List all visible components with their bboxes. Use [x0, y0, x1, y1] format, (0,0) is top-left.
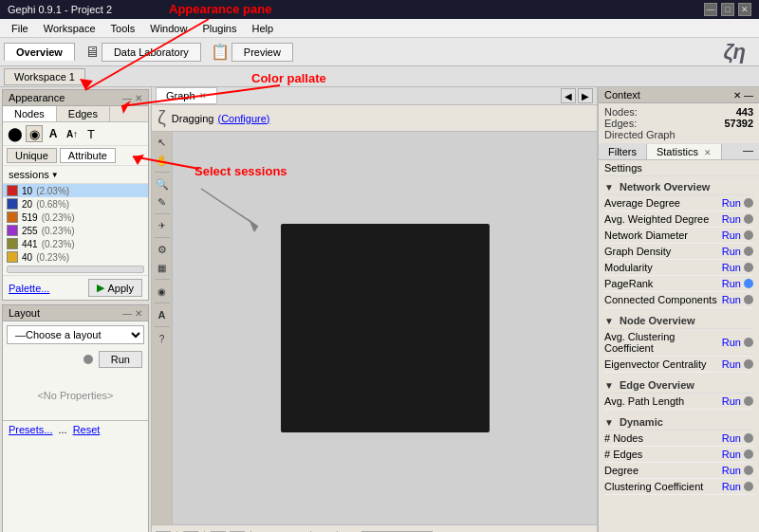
node-shape-icon[interactable]: T [83, 125, 100, 142]
minimize-button[interactable]: — [704, 3, 717, 16]
drag-tool[interactable]: ✋ [154, 152, 171, 169]
avg-degree-run[interactable]: Run [722, 197, 741, 209]
context-close-button[interactable]: ✕ [733, 90, 741, 101]
palette-link[interactable]: Palette... [9, 283, 49, 294]
node-label-color-icon[interactable]: A [45, 125, 62, 142]
settings-label: Settings [604, 162, 642, 174]
move-tool[interactable]: ✈ [154, 217, 171, 234]
edges-tab[interactable]: Edges [57, 106, 110, 121]
node-color-icon[interactable]: ⬤ [7, 125, 24, 142]
unique-tab[interactable]: Unique [7, 148, 57, 163]
workspace-tab-1[interactable]: Workspace 1 [4, 68, 85, 85]
session-item-1[interactable]: 20 (0.68%) [3, 197, 148, 211]
session-color-3 [7, 225, 18, 236]
graph-density-row: Graph Density Run [604, 244, 753, 260]
node-collapse[interactable]: ▼ [604, 316, 614, 326]
graph-density-run[interactable]: Run [722, 246, 741, 257]
session-item-0[interactable]: 10 (2.03%) [3, 184, 148, 197]
right-minimize-button[interactable]: — [737, 144, 759, 159]
sessions-dropdown[interactable]: sessions ▼ [9, 169, 59, 180]
avg-clustering-run[interactable]: Run [722, 337, 741, 348]
statistics-content: ▼ Network Overview Average Degree Run Av… [599, 176, 759, 532]
layout-minimize-button[interactable]: — [122, 308, 132, 319]
layout-select[interactable]: —Choose a layout [7, 325, 144, 344]
context-minimize-button[interactable]: — [744, 90, 753, 101]
filters-tab[interactable]: Filters [599, 144, 647, 159]
menu-workspace[interactable]: Workspace [36, 21, 103, 36]
layout-run-button[interactable]: Run [99, 351, 142, 368]
avg-path-length-run[interactable]: Run [722, 395, 741, 407]
num-edges-dot [744, 449, 753, 459]
preview-button[interactable]: Preview [231, 43, 293, 62]
maximize-button[interactable]: □ [721, 3, 734, 16]
session-color-2 [7, 211, 18, 223]
node-size-icon[interactable]: ◉ [26, 125, 43, 142]
context-nodes-label: Nodes: [604, 106, 638, 118]
tool-sep-5 [155, 303, 170, 303]
degree-run[interactable]: Run [722, 465, 741, 476]
session-scrollbar[interactable] [7, 266, 144, 273]
session-item-2[interactable]: 519 (0.23%) [3, 211, 148, 224]
menu-tools[interactable]: Tools [103, 21, 143, 36]
clustering-coeff-run[interactable]: Run [722, 481, 741, 492]
edge-overview-title: ▼ Edge Overview [604, 376, 753, 394]
dynamic-collapse[interactable]: ▼ [604, 417, 614, 428]
graph-tab[interactable]: Graph ✕ [156, 87, 217, 104]
grid-tool[interactable]: ▦ [154, 259, 171, 276]
appearance-close-button[interactable]: ✕ [135, 93, 142, 103]
zoom-tool[interactable]: 🔍 [154, 175, 171, 193]
center-area: Graph ✕ ◀ ▶ ζ Dragging (Configure) ↖ ✋ 🔍… [152, 87, 598, 532]
node-label-size-icon[interactable]: A↑ [64, 125, 81, 142]
tab-next-button[interactable]: ▶ [578, 88, 593, 103]
statistics-tab-close[interactable]: ✕ [704, 148, 712, 157]
app-title: Gephi 0.9.1 - Project 2 [8, 4, 112, 15]
session-item-4[interactable]: 441 (0.23%) [3, 237, 148, 250]
apply-button[interactable]: ▶ Apply [88, 279, 142, 297]
close-button[interactable]: ✕ [738, 3, 751, 16]
unknown-tool[interactable]: ? [154, 330, 171, 347]
edge-collapse[interactable]: ▼ [604, 380, 614, 391]
select-tool[interactable]: ↖ [154, 134, 171, 151]
layout-close-button[interactable]: ✕ [135, 308, 142, 319]
configure-link[interactable]: (Configure) [217, 113, 269, 124]
avg-clustering-row: Avg. Clustering Coefficient Run [604, 329, 753, 357]
tab-prev-button[interactable]: ◀ [561, 88, 576, 103]
network-collapse[interactable]: ▼ [604, 182, 614, 193]
eigenvector-run[interactable]: Run [722, 358, 741, 370]
edit-tool[interactable]: ✎ [154, 193, 171, 211]
avg-weighted-degree-run[interactable]: Run [722, 213, 741, 225]
avg-path-length-dot [744, 396, 753, 406]
num-nodes-run[interactable]: Run [722, 432, 741, 444]
num-edges-row: # Edges Run [604, 447, 753, 463]
connected-components-run[interactable]: Run [722, 294, 741, 305]
circle-tool[interactable]: ◉ [154, 283, 171, 300]
data-laboratory-button[interactable]: Data Laboratory [102, 43, 201, 62]
modularity-run[interactable]: Run [722, 262, 741, 273]
num-edges-run[interactable]: Run [722, 449, 741, 460]
attribute-tab[interactable]: Attribute [60, 148, 116, 163]
text-tool[interactable]: A [154, 306, 171, 323]
session-item-5[interactable]: 40 (0.23%) [3, 250, 148, 264]
session-item-3[interactable]: 255 (0.23%) [3, 224, 148, 237]
appearance-minimize-button[interactable]: — [122, 93, 132, 103]
menu-help[interactable]: Help [244, 21, 281, 36]
network-diameter-row: Network Diameter Run [604, 228, 753, 244]
apply-label: Apply [107, 283, 134, 294]
menu-plugins[interactable]: Plugins [194, 21, 244, 36]
statistics-tab[interactable]: Statistics ✕ [647, 144, 722, 159]
graph-tab-close[interactable]: ✕ [199, 91, 207, 101]
pagerank-run[interactable]: Run [722, 278, 741, 289]
context-panel-header: Context ✕ — [599, 87, 759, 103]
avg-path-length-label: Avg. Path Length [604, 395, 722, 407]
num-nodes-row: # Nodes Run [604, 431, 753, 447]
graph-canvas[interactable] [173, 132, 597, 524]
eigenvector-row: Eigenvector Centrality Run [604, 357, 753, 373]
settings-tool[interactable]: ⚙ [154, 241, 171, 258]
presets-link[interactable]: Presets... [9, 424, 52, 435]
menu-file[interactable]: File [4, 21, 36, 36]
menu-window[interactable]: Window [142, 21, 194, 36]
nodes-tab[interactable]: Nodes [3, 106, 57, 121]
overview-button[interactable]: Overview [4, 43, 75, 61]
reset-link[interactable]: Reset [73, 424, 101, 435]
network-diameter-run[interactable]: Run [722, 229, 741, 241]
